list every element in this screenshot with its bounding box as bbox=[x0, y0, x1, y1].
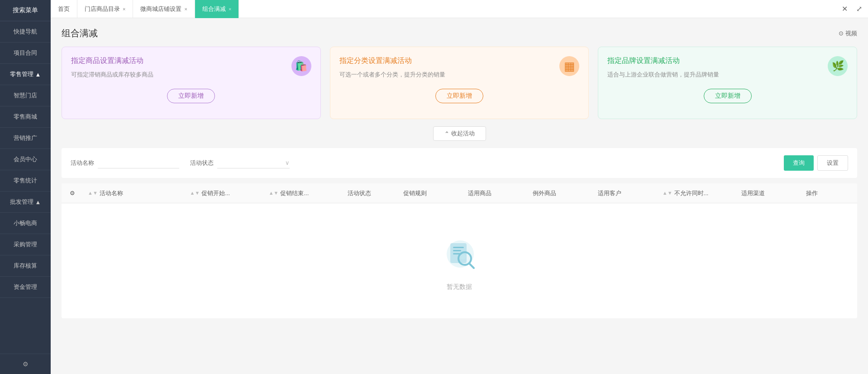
collapse-bar: ⌃ 收起活动 bbox=[62, 126, 857, 141]
tab-bar: 首页 门店商品目录 × 微商城店铺设置 × 组合满减 × ✕ ⤢ bbox=[51, 0, 868, 18]
maximize-window-button[interactable]: ⤢ bbox=[854, 4, 864, 14]
add-button-specify-brand[interactable]: 立即新增 bbox=[704, 89, 752, 103]
th-applicable-goods: 适用商品 bbox=[463, 184, 528, 203]
th-promo-start: ▲▼ 促销开始... bbox=[186, 184, 264, 203]
add-button-specify-product[interactable]: 立即新增 bbox=[167, 89, 215, 103]
th-applicable-channel: 适用渠道 bbox=[737, 184, 801, 203]
collapse-activity-button[interactable]: ⌃ 收起活动 bbox=[433, 126, 486, 141]
sidebar-item-quick-nav[interactable]: 快捷导航 bbox=[0, 21, 51, 43]
settings-button[interactable]: 设置 bbox=[817, 155, 848, 171]
activity-card-specify-category: 指定分类设置满减活动 ▦ 可选一个或者多个分类，提升分类的销量 立即新增 bbox=[330, 47, 589, 119]
card-title-specify-product: 指定商品设置满减活动 bbox=[71, 56, 311, 66]
empty-state-icon bbox=[437, 230, 482, 276]
gear-icon: ⚙ bbox=[23, 360, 29, 368]
th-activity-name: ▲▼ 活动名称 bbox=[83, 184, 186, 203]
th-exclude-goods: 例外商品 bbox=[528, 184, 593, 203]
play-circle-icon: ⊙ bbox=[839, 30, 844, 37]
sidebar-item-marketing[interactable]: 营销推广 bbox=[0, 128, 51, 149]
activity-card-specify-brand: 指定品牌设置满减活动 🌿 适合与上游企业联合做营销，提升品牌销量 立即新增 bbox=[598, 47, 857, 119]
th-promo-rule: 促销规则 bbox=[399, 184, 463, 203]
tab-home[interactable]: 首页 bbox=[51, 0, 77, 18]
activity-status-select[interactable]: ∨ bbox=[217, 158, 290, 168]
tab-close-wechat-settings[interactable]: × bbox=[184, 6, 187, 12]
filter-activity-status: 活动状态 ∨ bbox=[190, 158, 290, 168]
th-applicable-customer: 适用客户 bbox=[593, 184, 658, 203]
tab-store-catalog[interactable]: 门店商品目录 × bbox=[77, 0, 133, 18]
tab-close-store-catalog[interactable]: × bbox=[123, 6, 125, 12]
activity-cards: 指定商品设置满减活动 🛍️ 可指定滞销商品或库存较多商品 立即新增 指定分类设置… bbox=[62, 47, 857, 119]
page-header: 组合满减 ⊙ 视频 bbox=[62, 27, 857, 39]
svg-rect-3 bbox=[453, 250, 461, 251]
svg-point-7 bbox=[460, 254, 466, 259]
data-table: ⚙ ▲▼ 活动名称 ▲▼ 促销开始... ▲▼ 促销结束... 活动状态 bbox=[62, 183, 857, 318]
main-area: 首页 门店商品目录 × 微商城店铺设置 × 组合满减 × ✕ ⤢ 组合满减 ⊙ … bbox=[51, 0, 868, 374]
card-title-specify-category: 指定分类设置满减活动 bbox=[339, 56, 580, 66]
chevron-down-icon: ∨ bbox=[285, 159, 290, 166]
sidebar-item-inventory[interactable]: 库存核算 bbox=[0, 255, 51, 277]
th-operation: 操作 bbox=[801, 184, 857, 203]
main-content: 组合满减 ⊙ 视频 指定商品设置满减活动 🛍️ 可指定滞销商品或库存较多商品 立… bbox=[51, 18, 868, 374]
card-desc-specify-category: 可选一个或者多个分类，提升分类的销量 bbox=[339, 70, 580, 80]
sidebar-item-retail-management[interactable]: 零售管理 ▲ bbox=[0, 64, 51, 85]
sidebar-search[interactable]: 搜索菜单 bbox=[0, 0, 51, 21]
activity-card-specify-product: 指定商品设置满减活动 🛍️ 可指定滞销商品或库存较多商品 立即新增 bbox=[62, 47, 321, 119]
table-header: ⚙ ▲▼ 活动名称 ▲▼ 促销开始... ▲▼ 促销结束... 活动状态 bbox=[62, 183, 857, 203]
th-no-concurrent: ▲▼ 不允许同时... bbox=[658, 184, 737, 203]
sidebar-item-retail-mall[interactable]: 零售商城 bbox=[0, 106, 51, 128]
add-button-specify-category[interactable]: 立即新增 bbox=[435, 89, 483, 103]
filter-activity-name: 活动名称 bbox=[71, 158, 179, 168]
sidebar-item-smart-store[interactable]: 智慧门店 bbox=[0, 85, 51, 106]
sidebar-settings[interactable]: ⚙ bbox=[0, 354, 51, 374]
tab-close-combo-discount[interactable]: × bbox=[229, 6, 231, 12]
sort-icon-promo-end[interactable]: ▲▼ bbox=[269, 191, 279, 195]
table-gear-icon: ⚙ bbox=[70, 190, 75, 197]
sidebar-item-wholesale[interactable]: 批发管理 ▲ bbox=[0, 192, 51, 213]
th-promo-end: ▲▼ 促销结束... bbox=[264, 184, 343, 203]
sidebar-item-member-center[interactable]: 会员中心 bbox=[0, 149, 51, 170]
sidebar-item-finance[interactable]: 资金管理 bbox=[0, 277, 51, 298]
video-link[interactable]: ⊙ 视频 bbox=[839, 29, 857, 38]
sidebar: 搜索菜单 快捷导航 项目合同 零售管理 ▲ 智慧门店 零售商城 营销推广 会员中… bbox=[0, 0, 51, 374]
close-window-button[interactable]: ✕ bbox=[839, 4, 850, 14]
sidebar-item-retail-stats[interactable]: 零售统计 bbox=[0, 170, 51, 192]
sort-icon-activity-name[interactable]: ▲▼ bbox=[88, 191, 98, 195]
activity-name-input[interactable] bbox=[98, 158, 179, 168]
sidebar-item-xiaochangecommerce[interactable]: 小畅电商 bbox=[0, 213, 51, 234]
card-icon-specify-brand: 🌿 bbox=[828, 56, 848, 76]
page-title: 组合满减 bbox=[62, 27, 98, 39]
th-activity-status: 活动状态 bbox=[343, 184, 399, 203]
card-desc-specify-brand: 适合与上游企业联合做营销，提升品牌销量 bbox=[607, 70, 848, 80]
filter-actions: 查询 设置 bbox=[784, 155, 848, 171]
tab-bar-actions: ✕ ⤢ bbox=[839, 4, 868, 14]
card-icon-specify-product: 🛍️ bbox=[291, 56, 311, 76]
sort-icon-promo-start[interactable]: ▲▼ bbox=[190, 191, 200, 195]
sort-icon-no-concurrent[interactable]: ▲▼ bbox=[663, 191, 672, 195]
card-desc-specify-product: 可指定滞销商品或库存较多商品 bbox=[71, 70, 311, 80]
sidebar-item-project-contract[interactable]: 项目合同 bbox=[0, 43, 51, 64]
chevron-up-icon: ⌃ bbox=[444, 130, 449, 137]
empty-text: 暂无数据 bbox=[447, 283, 472, 291]
svg-rect-2 bbox=[453, 247, 464, 248]
activity-status-label: 活动状态 bbox=[190, 159, 214, 167]
sidebar-item-purchase[interactable]: 采购管理 bbox=[0, 234, 51, 255]
th-gear[interactable]: ⚙ bbox=[62, 184, 83, 202]
query-button[interactable]: 查询 bbox=[784, 155, 814, 171]
empty-state: 暂无数据 bbox=[62, 203, 857, 318]
activity-name-label: 活动名称 bbox=[71, 159, 94, 167]
tab-wechat-settings[interactable]: 微商城店铺设置 × bbox=[133, 0, 195, 18]
svg-line-6 bbox=[469, 264, 474, 268]
card-title-specify-brand: 指定品牌设置满减活动 bbox=[607, 56, 848, 66]
filter-bar: 活动名称 活动状态 ∨ 查询 设置 bbox=[62, 148, 857, 178]
tab-combo-discount[interactable]: 组合满减 × bbox=[195, 0, 239, 18]
